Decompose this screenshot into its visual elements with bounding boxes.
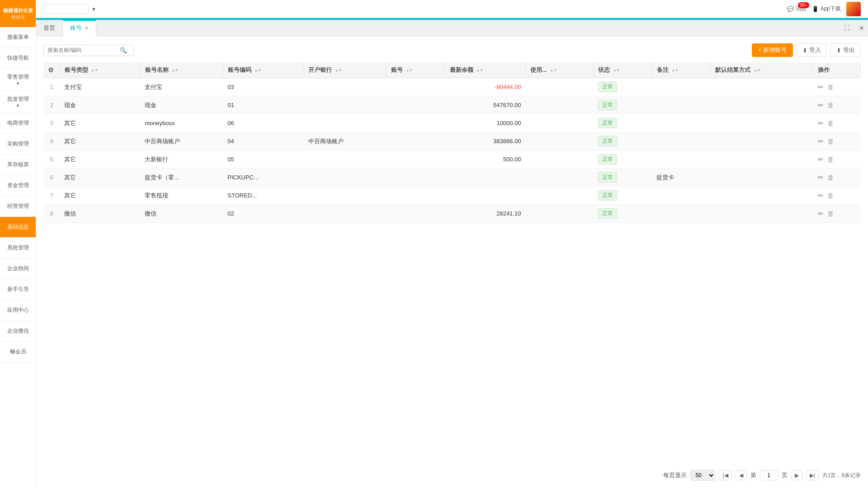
- row-status: 正常: [594, 96, 652, 114]
- tab-close-icon[interactable]: ✕: [85, 25, 89, 31]
- dropdown-button[interactable]: ▾: [92, 5, 95, 13]
- sort-icon[interactable]: ▲▼: [754, 69, 761, 72]
- row-remark: [652, 78, 711, 96]
- delete-button[interactable]: 🗑: [827, 192, 834, 200]
- settings-icon[interactable]: ⚙: [48, 66, 54, 74]
- sidebar-item-label: 资金管理: [7, 182, 29, 189]
- sort-icon[interactable]: ▲▼: [476, 69, 483, 72]
- search-input[interactable]: [47, 47, 120, 53]
- page-number-input[interactable]: [760, 470, 778, 480]
- sidebar-item-vip[interactable]: 畅会员: [0, 342, 36, 362]
- header-left: ▾: [43, 4, 95, 14]
- row-code: 04: [223, 132, 303, 150]
- sidebar-item-new-guide[interactable]: 新手引导: [0, 279, 36, 300]
- import-button[interactable]: ⬇ 导入: [797, 43, 827, 57]
- row-actions: ✏ 🗑: [813, 150, 861, 169]
- edit-button[interactable]: ✏: [818, 155, 824, 164]
- status-badge: 正常: [598, 172, 617, 183]
- user-avatar[interactable]: [846, 2, 861, 16]
- search-icon[interactable]: 🔍: [120, 47, 127, 54]
- app-download-button[interactable]: 📱 App下载: [812, 5, 841, 13]
- delete-button[interactable]: 🗑: [827, 155, 834, 164]
- sidebar-item-wholesale[interactable]: 批发管理 ▾: [0, 91, 36, 113]
- row-default-settlement: [711, 150, 813, 169]
- sidebar-item-quick-nav[interactable]: 快捷导航: [0, 48, 36, 69]
- edit-button[interactable]: ✏: [818, 137, 824, 145]
- sidebar-item-basic-info[interactable]: 基础信息: [0, 217, 36, 238]
- page-size-select[interactable]: 50 20 100: [690, 470, 715, 481]
- row-code: STORED...: [223, 187, 303, 205]
- sidebar-item-operation[interactable]: 经营管理: [0, 196, 36, 217]
- sort-icon[interactable]: ▲▼: [613, 69, 620, 72]
- phone-icon: 📱: [812, 6, 819, 12]
- edit-button[interactable]: ✏: [818, 101, 824, 109]
- export-button[interactable]: ⬆ 导出: [830, 43, 861, 57]
- sidebar-item-system[interactable]: 系统管理: [0, 238, 36, 258]
- delete-button[interactable]: 🗑: [827, 83, 834, 91]
- tab-home[interactable]: 首页: [36, 20, 63, 36]
- app-logo: 畅捷通好生意 畅捷版: [0, 0, 36, 27]
- col-remark-label: 备注: [657, 66, 669, 73]
- sidebar-item-search[interactable]: 搜索菜单: [0, 27, 36, 48]
- col-bank: 开户银行 ▲▼: [304, 62, 387, 78]
- row-usage: [526, 187, 594, 205]
- sidebar-item-label: 经营管理: [7, 202, 29, 210]
- tab-expand-button[interactable]: ⛶: [840, 24, 854, 31]
- app-sub: 畅捷版: [11, 14, 25, 20]
- row-usage: [526, 114, 594, 132]
- sidebar-item-ecommerce[interactable]: 电商管理: [0, 113, 36, 134]
- row-actions: ✏ 🗑: [813, 114, 861, 132]
- row-bank: [304, 114, 387, 132]
- row-num: 8: [43, 205, 60, 223]
- sort-icon[interactable]: ▲▼: [671, 69, 679, 72]
- col-action: 操作: [813, 62, 861, 78]
- row-account: [387, 150, 445, 169]
- edit-button[interactable]: ✏: [818, 83, 824, 91]
- notification-button[interactable]: 💬 消息 99+: [787, 5, 807, 13]
- sort-icon[interactable]: ▲▼: [335, 69, 342, 72]
- delete-button[interactable]: 🗑: [827, 174, 834, 182]
- sidebar-item-label: 企业微信: [7, 327, 29, 335]
- row-account: [387, 169, 445, 187]
- sidebar-item-label: 快捷导航: [7, 54, 29, 62]
- sidebar-item-capital[interactable]: 资金管理: [0, 175, 36, 196]
- delete-button[interactable]: 🗑: [827, 210, 834, 218]
- row-actions: ✏ 🗑: [813, 132, 861, 150]
- col-settings[interactable]: ⚙: [43, 62, 60, 78]
- row-usage: [526, 78, 594, 96]
- delete-button[interactable]: 🗑: [827, 119, 834, 127]
- last-page-button[interactable]: ▶|: [806, 470, 819, 480]
- row-account: [387, 132, 445, 150]
- main-area: ▾ 💬 消息 99+ 📱 App下载 首页 账号 ✕ ⛶ ✕: [36, 0, 868, 488]
- sidebar-item-app-center[interactable]: 应用中心: [0, 300, 36, 321]
- add-account-button[interactable]: + 新增账号: [752, 43, 793, 57]
- prev-page-button[interactable]: ◀: [736, 470, 747, 480]
- sort-icon[interactable]: ▲▼: [171, 69, 179, 72]
- sidebar-item-enterprise-wechat[interactable]: 企业微信: [0, 321, 36, 342]
- row-usage: [526, 205, 594, 223]
- tab-account[interactable]: 账号 ✕: [63, 20, 96, 36]
- next-page-button[interactable]: ▶: [791, 470, 802, 480]
- top-search-input[interactable]: [43, 4, 89, 14]
- sort-icon[interactable]: ▲▼: [550, 69, 557, 72]
- sidebar-item-enterprise-agreement[interactable]: 企业协同: [0, 258, 36, 279]
- edit-button[interactable]: ✏: [818, 210, 824, 218]
- row-type: 其它: [60, 132, 140, 150]
- sort-icon[interactable]: ▲▼: [91, 69, 98, 72]
- edit-button[interactable]: ✏: [818, 119, 824, 127]
- first-page-button[interactable]: |◀: [719, 470, 731, 480]
- sidebar-item-purchase[interactable]: 采购管理: [0, 134, 36, 155]
- row-default-settlement: [711, 132, 813, 150]
- sidebar-item-retail[interactable]: 零售管理 ▾: [0, 69, 36, 91]
- sidebar-item-inventory[interactable]: 库存核算: [0, 155, 36, 175]
- sidebar-item-label: 搜索菜单: [7, 33, 29, 41]
- search-wrap: 🔍: [43, 45, 134, 56]
- delete-button[interactable]: 🗑: [827, 137, 834, 145]
- table-row: 4 其它 中百商场账户 04 中百商场账户 383866.00 正常 ✏ 🗑: [43, 132, 861, 150]
- sort-icon[interactable]: ▲▼: [254, 69, 261, 72]
- close-tab-area-button[interactable]: ✕: [855, 23, 868, 33]
- delete-button[interactable]: 🗑: [827, 101, 834, 109]
- sort-icon[interactable]: ▲▼: [406, 69, 413, 72]
- edit-button[interactable]: ✏: [818, 174, 824, 182]
- edit-button[interactable]: ✏: [818, 192, 824, 200]
